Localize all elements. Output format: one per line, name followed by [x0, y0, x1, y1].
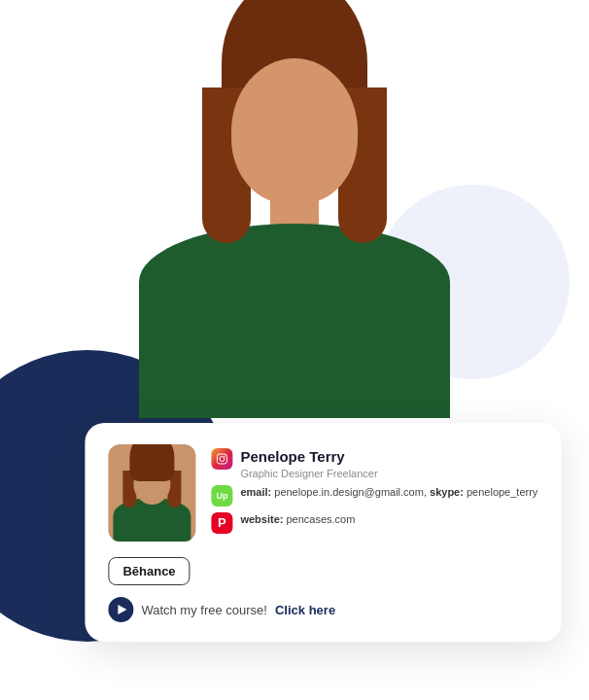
instagram-icon: [211, 448, 232, 470]
card-top-section: Penelope Terry Graphic Designer Freelanc…: [108, 444, 537, 542]
watch-course-row: Watch my free course! Click here: [108, 597, 537, 622]
email-label: email:: [240, 486, 274, 498]
svg-point-1: [220, 457, 225, 462]
card-contact-line: email: penelope.in.design@gmail.com, sky…: [240, 484, 537, 501]
skype-label: skype:: [430, 486, 467, 498]
website-value: pencases.com: [286, 513, 355, 525]
behance-label: Bēhance: [122, 564, 175, 578]
behance-button[interactable]: Bēhance: [108, 557, 190, 585]
card-name-row: Penelope Terry Graphic Designer Freelanc…: [211, 447, 537, 479]
watch-text: Watch my free course!: [141, 603, 267, 617]
card-info: Penelope Terry Graphic Designer Freelanc…: [211, 447, 537, 539]
skype-value: penelope_terry: [467, 486, 537, 498]
card-email-row: Up email: penelope.in.design@gmail.com, …: [211, 484, 537, 507]
person-name: Penelope Terry: [240, 447, 377, 467]
card-website-row: P website: pencases.com: [211, 511, 537, 534]
avatar-hair: [129, 444, 174, 481]
person-head: [231, 58, 358, 204]
email-value: penelope.in.design@gmail.com: [274, 486, 424, 498]
pinterest-icon: P: [211, 512, 232, 534]
play-icon: [118, 605, 126, 614]
person-photo: [90, 0, 499, 418]
card-avatar: [108, 444, 195, 542]
play-button[interactable]: [108, 597, 133, 622]
card-website-line: website: pencases.com: [240, 511, 355, 528]
person-body: [139, 224, 450, 418]
upwork-icon: Up: [211, 485, 232, 507]
website-label: website:: [240, 513, 286, 525]
svg-point-2: [224, 456, 225, 458]
person-title: Graphic Designer Freelancer: [240, 468, 377, 479]
profile-card: Penelope Terry Graphic Designer Freelanc…: [85, 423, 561, 642]
click-here-link[interactable]: Click here: [275, 603, 335, 617]
svg-rect-0: [217, 454, 226, 464]
card-name-block: Penelope Terry Graphic Designer Freelanc…: [240, 447, 377, 479]
